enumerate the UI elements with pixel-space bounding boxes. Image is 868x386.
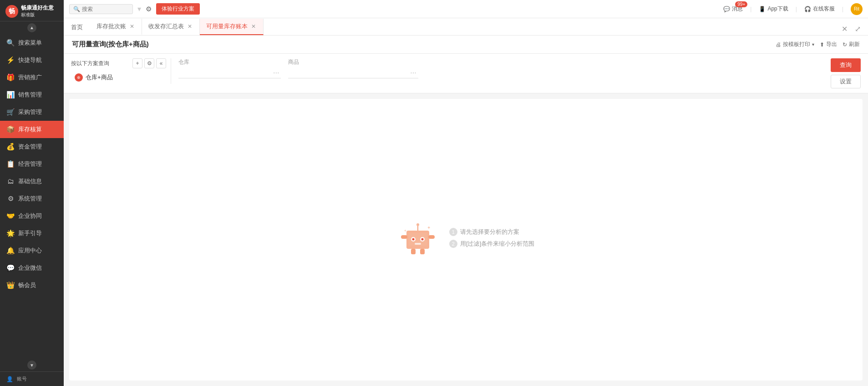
svg-point-7: [421, 238, 423, 241]
topbar-dropdown-icon[interactable]: ▾: [137, 5, 141, 13]
filter-settings-btn[interactable]: ⚙: [144, 58, 154, 68]
purchase-icon: 🛒: [6, 108, 15, 116]
topbar-search-box[interactable]: 🔍: [69, 4, 133, 14]
avatar[interactable]: Rit: [851, 3, 863, 15]
tab-deposit-summary[interactable]: 收发存汇总表 ✕: [142, 19, 200, 35]
sidebar-item-sales[interactable]: 📊 销售管理: [0, 86, 64, 103]
enterprise-icon: 🤝: [6, 212, 15, 220]
topbar-search-icon: 🔍: [73, 6, 80, 12]
empty-illustration: ✦ ✦: [397, 219, 438, 260]
warehouse-label: 仓库: [178, 58, 281, 66]
message-btn[interactable]: 💬 消息 99+: [723, 5, 743, 13]
footer-label: 账号: [17, 376, 27, 382]
settings-button[interactable]: 设置: [831, 75, 861, 88]
newbie-icon: 🌟: [6, 229, 15, 237]
warehouse-input[interactable]: [180, 70, 271, 77]
svg-rect-9: [411, 249, 416, 254]
tab-close-batch-ledger[interactable]: ✕: [129, 23, 135, 30]
filter-add-btn[interactable]: +: [132, 58, 142, 68]
system-icon: ⚙: [6, 195, 15, 203]
appcenter-icon: 🔔: [6, 247, 15, 255]
sidebar-header: 畅 畅康通好生意 标准版: [0, 0, 64, 21]
trial-btn[interactable]: 体验行业方案: [156, 3, 200, 15]
close-tab-btn[interactable]: ✕: [840, 23, 849, 35]
marketing-icon: 🎁: [6, 73, 15, 82]
svg-rect-12: [428, 235, 435, 239]
sidebar-item-basic[interactable]: 🗂 基础信息: [0, 173, 64, 190]
topbar-gear-icon[interactable]: ⚙: [146, 5, 152, 13]
product-dots[interactable]: ···: [410, 69, 416, 77]
warehouse-input-wrapper[interactable]: ···: [178, 68, 281, 78]
member-icon: 👑: [6, 281, 15, 289]
sidebar-item-marketing[interactable]: 🎁 营销推广: [0, 69, 64, 86]
schema-item-label: 仓库+商品: [86, 73, 113, 82]
filter-action-buttons: 查询 设置: [831, 58, 861, 88]
collapse-icon: «: [160, 60, 163, 67]
tab-home[interactable]: 首页: [64, 20, 90, 35]
filter-schema-panel: 按以下方案查询 + ⚙ « ⊕ 仓库+商品: [71, 58, 171, 84]
sidebar-item-newbie[interactable]: 🌟 新手引导: [0, 225, 64, 242]
divider1: |: [750, 6, 751, 12]
tab-close-available-stock[interactable]: ✕: [250, 23, 257, 30]
tab-close-deposit-summary[interactable]: ✕: [187, 23, 193, 30]
main-content: 🔍 ▾ ⚙ 体验行业方案 💬 消息 99+ | 📱 App下载 | 🎧 在线客服…: [64, 0, 868, 386]
footer-icon: 👤: [6, 376, 13, 382]
brand-text: 畅康通好生意 标准版: [21, 5, 54, 18]
online-service-btn[interactable]: 🎧 在线客服: [804, 5, 835, 13]
sidebar-item-member[interactable]: 👑 畅会员: [0, 277, 64, 294]
product-input[interactable]: [290, 70, 408, 77]
sidebar-item-operations[interactable]: 📋 经营管理: [0, 155, 64, 173]
sidebar: 畅 畅康通好生意 标准版 ▲ 🔍 搜索菜单 ⚡ 快捷导航 🎁 营销推广 📊 销售…: [0, 0, 64, 386]
print-btn[interactable]: 🖨 按模板打印 ▾: [776, 41, 814, 48]
sidebar-brand: 畅 畅康通好生意 标准版: [5, 5, 58, 18]
export-icon: ⬆: [820, 41, 824, 48]
sidebar-footer[interactable]: 👤 账号: [0, 371, 64, 386]
sidebar-item-appcenter[interactable]: 🔔 应用中心: [0, 242, 64, 259]
quicknav-icon: ⚡: [6, 56, 15, 64]
sidebar-item-system[interactable]: ⚙ 系统管理: [0, 190, 64, 207]
svg-point-14: [416, 223, 419, 226]
query-button[interactable]: 查询: [831, 58, 861, 72]
operations-icon: 📋: [6, 160, 15, 168]
svg-text:✦: ✦: [427, 225, 431, 230]
sidebar-item-finance[interactable]: 💰 资金管理: [0, 138, 64, 155]
inventory-icon: 📦: [6, 125, 15, 134]
tab-batch-ledger[interactable]: 库存批次账 ✕: [90, 19, 142, 35]
message-badge: 99+: [735, 1, 747, 7]
sidebar-item-enterprise[interactable]: 🤝 企业协同: [0, 207, 64, 225]
divider3: |: [842, 6, 843, 12]
svg-rect-11: [401, 235, 407, 239]
tab-available-stock[interactable]: 可用量库存账本 ✕: [200, 19, 264, 35]
warehouse-dots[interactable]: ···: [273, 69, 279, 77]
sidebar-item-quicknav[interactable]: ⚡ 快捷导航: [0, 51, 64, 69]
sidebar-item-inventory[interactable]: 📦 库存核算: [0, 121, 64, 138]
refresh-btn[interactable]: ↻ 刷新: [843, 41, 860, 48]
filter-fields: 仓库 ··· 商品 ··· 查询 设置: [171, 58, 861, 88]
scroll-down-btn[interactable]: ▼: [27, 360, 36, 370]
svg-rect-10: [420, 249, 425, 254]
app-download-btn[interactable]: 📱 App下载: [759, 5, 788, 13]
maximize-tab-btn[interactable]: ⤢: [853, 23, 863, 35]
brand-icon: 畅: [5, 5, 18, 18]
headset-icon: 🎧: [804, 6, 811, 12]
filter-collapse-btn[interactable]: «: [156, 58, 166, 68]
warehouse-filter-field: 仓库 ···: [178, 58, 281, 78]
schema-item-warehouse-product[interactable]: ⊕ 仓库+商品: [71, 71, 166, 84]
product-label: 商品: [288, 58, 418, 66]
sales-icon: 📊: [6, 91, 15, 99]
sidebar-item-search[interactable]: 🔍 搜索菜单: [0, 34, 64, 51]
print-dropdown-icon: ▾: [812, 42, 814, 47]
empty-text: 1 请先选择要分析的方案 2 用[过滤]条件来缩小分析范围: [449, 228, 534, 252]
sidebar-item-wechat[interactable]: 💬 企业微信: [0, 259, 64, 277]
empty-step-2: 2 用[过滤]条件来缩小分析范围: [449, 240, 534, 248]
sidebar-item-purchase[interactable]: 🛒 采购管理: [0, 103, 64, 121]
filter-left-header: 按以下方案查询 + ⚙ «: [71, 58, 166, 68]
topbar-search-input[interactable]: [82, 6, 123, 12]
refresh-icon: ↻: [843, 41, 847, 48]
sidebar-menu: 🔍 搜索菜单 ⚡ 快捷导航 🎁 营销推广 📊 销售管理 🛒 采购管理 📦 库存核…: [0, 34, 64, 359]
export-btn[interactable]: ⬆ 导出: [820, 41, 837, 48]
topbar-right: 💬 消息 99+ | 📱 App下载 | 🎧 在线客服 | Rit: [723, 3, 863, 15]
product-input-wrapper[interactable]: ···: [288, 68, 418, 78]
scroll-up-btn[interactable]: ▲: [27, 23, 36, 32]
empty-icon-area: ✦ ✦ 1 请先选择要分析的方案 2 用[过滤]条件来缩小分析范围: [397, 219, 534, 260]
